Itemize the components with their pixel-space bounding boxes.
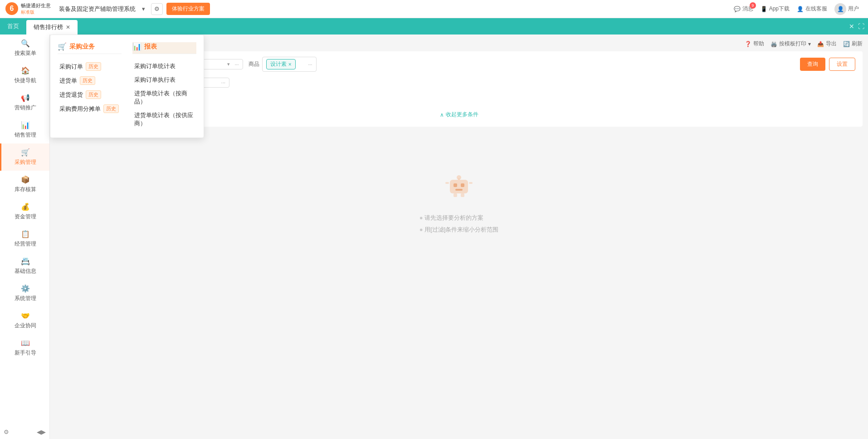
sidebar-item-basic-info[interactable]: 📇 基础信息	[0, 252, 49, 280]
inventory-icon: 📦	[21, 175, 30, 184]
top-header: 6 畅捷通好生意 标准版 装备及固定资产辅助管理系统 ▾ ⚙ 体验行业方案 💬 …	[0, 0, 868, 18]
report-column-header: 📊 报表	[132, 42, 196, 54]
empty-tip-1: 请先选择要分析的方案	[419, 212, 499, 224]
goods-select[interactable]: 设计素 × ···	[262, 57, 317, 72]
sidebar-label-basic-info: 基础信息	[15, 267, 36, 275]
sidebar-item-guide[interactable]: 📖 新手引导	[0, 334, 49, 361]
message-badge: 9	[750, 2, 756, 9]
header-settings-button[interactable]: ⚙	[151, 3, 163, 15]
goods-filter-item: 商品 设计素 × ···	[249, 57, 317, 72]
sidebar-collapse-icon[interactable]: ◀▶	[37, 429, 46, 435]
dropdown-item-goods-by-product[interactable]: 进货单统计表（按商品）	[132, 87, 196, 109]
logo-edition: 标准版	[21, 9, 51, 15]
svg-rect-0	[450, 180, 468, 193]
dropdown-item-goods-receipt[interactable]: 进货单 历史	[58, 74, 122, 88]
tab-close-all-icon[interactable]: ✕	[849, 23, 854, 30]
sidebar-item-finance[interactable]: 💰 资金管理	[0, 198, 49, 225]
marketing-icon: 📢	[21, 94, 30, 102]
tab-home-label: 首页	[7, 22, 19, 30]
query-button[interactable]: 查询	[800, 58, 825, 71]
svg-rect-2	[461, 183, 464, 187]
sidebar-item-operations[interactable]: 📋 经营管理	[0, 225, 49, 252]
help-label: 帮助	[753, 40, 764, 48]
refresh-icon: 🔄	[843, 41, 850, 47]
sidebar-label-marketing: 营销推广	[15, 104, 36, 112]
dropdown-item-purchase-order[interactable]: 采购订单 历史	[58, 59, 122, 74]
sidebar-bottom: ⚙ ◀▶	[0, 425, 49, 439]
svg-rect-7	[469, 182, 473, 184]
goods-tag: 设计素 ×	[266, 59, 296, 69]
tab-bar-actions: ✕ ⛶	[849, 18, 868, 35]
online-service-button[interactable]: 👤 在线客服	[797, 5, 827, 13]
tab-fullscreen-icon[interactable]: ⛶	[858, 23, 864, 30]
tab-close-button[interactable]: ✕	[66, 24, 70, 30]
purchase-column: 🛒 采购业务 采购订单 历史 进货单 历史 进货退货 历史 采购费用分摊单 历史	[58, 42, 122, 130]
sidebar-item-sales[interactable]: 📊 销售管理	[0, 116, 49, 143]
refresh-button[interactable]: 🔄 刷新	[843, 40, 863, 48]
goods-return-label: 进货退货	[59, 91, 83, 99]
purchase-column-header: 🛒 采购业务	[58, 42, 122, 54]
system-name: 装备及固定资产辅助管理系统	[59, 5, 136, 13]
svg-rect-8	[454, 193, 457, 197]
purchase-order-exec-label: 采购订单执行表	[134, 76, 176, 84]
svg-rect-9	[461, 193, 464, 197]
logo-text: 畅捷通好生意	[21, 2, 51, 9]
sidebar-item-navigation[interactable]: 🏠 快捷导航	[0, 62, 49, 89]
dropdown-item-goods-by-supplier[interactable]: 进货单统计表（按供应商）	[132, 109, 196, 130]
message-icon: 💬	[734, 6, 741, 12]
sidebar-label-navigation: 快捷导航	[15, 77, 36, 84]
svg-rect-3	[455, 189, 463, 191]
sidebar-label-inventory: 库存核算	[15, 186, 36, 193]
phone-icon: 📱	[761, 6, 767, 12]
user-label: 用户	[848, 5, 859, 13]
app-download-button[interactable]: 📱 App下载	[761, 5, 790, 13]
system-icon: ⚙️	[21, 284, 30, 293]
tab-home[interactable]: 首页	[0, 18, 26, 35]
logo-area: 6 畅捷通好生意 标准版	[5, 2, 55, 15]
dropdown-item-purchase-expense[interactable]: 采购费用分摊单 历史	[58, 102, 122, 116]
help-button[interactable]: ❓ 帮助	[745, 40, 764, 48]
sidebar-label-system: 系统管理	[15, 295, 36, 302]
operations-icon: 📋	[21, 230, 30, 238]
purchase-order-label: 采购订单	[59, 63, 83, 71]
svg-rect-1	[454, 183, 457, 187]
goods-tag-close[interactable]: ×	[288, 61, 292, 68]
sidebar-item-search[interactable]: 🔍 搜索菜单	[0, 35, 49, 62]
print-button[interactable]: 🖨️ 按模板打印 ▾	[770, 40, 811, 48]
history-tag-purchase-expense: 历史	[103, 104, 119, 113]
dropdown-item-goods-return[interactable]: 进货退货 历史	[58, 88, 122, 102]
empty-tip-2: 用[过滤]条件来缩小分析范围	[419, 224, 499, 236]
dropdown-item-purchase-order-stat[interactable]: 采购订单统计表	[132, 59, 196, 73]
help-icon: ❓	[745, 41, 751, 47]
sidebar-label-finance: 资金管理	[15, 213, 36, 221]
system-dropdown-button[interactable]: ▾	[139, 5, 147, 13]
goods-label: 商品	[249, 60, 259, 68]
export-button[interactable]: 📤 导出	[817, 40, 837, 48]
print-dropdown-icon[interactable]: ▾	[808, 41, 811, 47]
sidebar-item-purchase[interactable]: 🛒 采购管理	[0, 143, 49, 171]
history-tag-goods-return: 历史	[86, 90, 101, 99]
tab-sales-ranking[interactable]: 销售排行榜 ✕	[26, 20, 78, 35]
sidebar-item-enterprise[interactable]: 🤝 企业协同	[0, 307, 49, 334]
tab-sales-ranking-label: 销售排行榜	[34, 23, 63, 31]
sidebar: 🔍 搜索菜单 🏠 快捷导航 📢 营销推广 📊 销售管理 🛒 采购管理 📦 库存核…	[0, 35, 50, 439]
sidebar-label-guide: 新手引导	[15, 349, 36, 357]
report-header-icon: 📊	[132, 42, 141, 51]
goods-by-supplier-label: 进货单统计表（按供应商）	[134, 111, 195, 128]
user-button[interactable]: 👤 用户	[834, 3, 859, 15]
dropdown-item-purchase-order-exec[interactable]: 采购订单执行表	[132, 73, 196, 87]
search-icon: 🔍	[21, 39, 30, 48]
home-icon: 🏠	[21, 66, 30, 75]
sidebar-settings-icon[interactable]: ⚙	[4, 429, 9, 435]
sidebar-item-system[interactable]: ⚙️ 系统管理	[0, 280, 49, 307]
history-tag-purchase-order: 历史	[86, 62, 101, 71]
sidebar-item-inventory[interactable]: 📦 库存核算	[0, 171, 49, 198]
refresh-label: 刷新	[852, 40, 863, 48]
sidebar-item-marketing[interactable]: 📢 营销推广	[0, 89, 49, 116]
collapse-label: 收起更多条件	[446, 111, 478, 118]
purchase-header-icon: 🛒	[58, 42, 67, 51]
message-button[interactable]: 💬 消息 9	[734, 5, 753, 13]
purchase-dropdown-menu: 🛒 采购业务 采购订单 历史 进货单 历史 进货退货 历史 采购费用分摊单 历史	[50, 35, 204, 138]
settings-button[interactable]: 设置	[829, 58, 855, 71]
industry-button[interactable]: 体验行业方案	[166, 3, 210, 15]
